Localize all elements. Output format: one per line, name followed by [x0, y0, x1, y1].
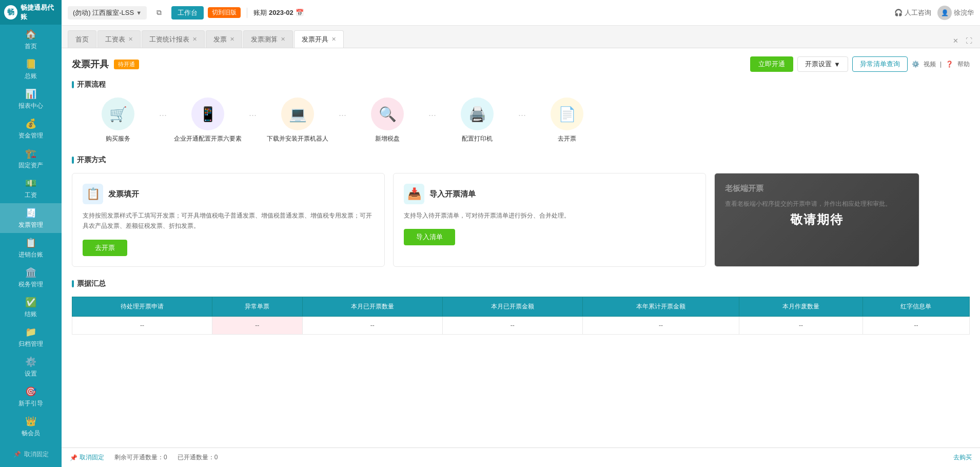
- sidebar-item-archive[interactable]: 📁 归档管理: [0, 322, 62, 352]
- step-configure: 📱 企业开通配置开票六要素: [162, 98, 254, 143]
- tab-home[interactable]: 首页: [68, 30, 96, 48]
- method-title-import: 导入开票清单: [429, 189, 476, 199]
- col-month-amount: 本月已开票金额: [442, 297, 582, 316]
- open-now-button[interactable]: 立即开通: [750, 56, 793, 72]
- tab-invoice[interactable]: 发票 ✕: [206, 30, 242, 48]
- coming-soon-text: 敬请期待: [790, 211, 844, 228]
- salary-icon: 💵: [25, 178, 36, 189]
- window-close-button[interactable]: ✕: [950, 35, 961, 46]
- step-icon-configure: 📱: [191, 98, 224, 130]
- dropdown-icon: ▼: [136, 10, 142, 16]
- tab-close-invoice-issue[interactable]: ✕: [331, 36, 336, 43]
- archive-icon: 📁: [25, 326, 36, 338]
- old-version-button[interactable]: 切到旧版: [208, 7, 241, 18]
- tax-icon: 🏛️: [25, 267, 36, 278]
- user-info[interactable]: 👤 徐浣华: [937, 6, 974, 20]
- invoice-methods-area: 📋 发票填开 支持按照发票样式手工填写开发票；可开具增值税电子普通发票、增值税普…: [72, 173, 970, 267]
- sidebar-item-home[interactable]: 🏠 首页: [0, 25, 62, 54]
- sidebar-item-member[interactable]: 👑 畅会员: [0, 412, 62, 441]
- avatar-icon: 👤: [941, 9, 949, 16]
- pin-icon: 📌: [13, 451, 21, 458]
- cell-pending: --: [72, 316, 212, 334]
- sidebar-item-salary[interactable]: 💵 工资: [0, 173, 62, 203]
- tab-invoice-issue[interactable]: 发票开具 ✕: [294, 30, 344, 48]
- sidebar-item-label: 进销台账: [18, 250, 43, 259]
- method-header-manual: 📋 发票填开: [83, 184, 374, 204]
- sidebar-item-label: 资金管理: [18, 131, 43, 140]
- sidebar-item-label: 设置: [25, 369, 37, 378]
- step-go-invoice: 📄 去开票: [521, 98, 613, 143]
- tab-salary-report[interactable]: 工资统计报表 ✕: [142, 30, 205, 48]
- step-icon-add-tax: 🔍: [371, 98, 404, 130]
- process-section-title: 开票流程: [72, 80, 970, 89]
- calendar-icon[interactable]: 📅: [296, 9, 304, 16]
- cancel-fixed-label[interactable]: 取消固定: [80, 453, 104, 462]
- summary-header-row: 待处理开票申请 异常单票 本月已开票数量 本月已开票金额 本年累计开票金额 本月…: [72, 297, 970, 316]
- col-year-amount: 本年累计开票金额: [582, 297, 739, 316]
- view-icon: ⚙️: [912, 61, 919, 68]
- sidebar-item-label: 结账: [25, 310, 37, 319]
- member-icon: 👑: [25, 416, 36, 427]
- goto-buy-link[interactable]: 去购买: [953, 453, 972, 462]
- sidebar-item-label: 税务管理: [18, 280, 43, 289]
- sidebar-item-purchase[interactable]: 📋 进销台账: [0, 233, 62, 263]
- method-title-manual: 发票填开: [108, 189, 139, 199]
- sidebar-item-tax[interactable]: 🏛️ 税务管理: [0, 263, 62, 293]
- topbar: (勿动) 江西服室-LSS ▼ ⧉ 工作台 切到旧版 账期 2023-02 📅 …: [62, 0, 980, 26]
- anomaly-query-button[interactable]: 异常清单查询: [852, 56, 908, 72]
- sidebar-item-funds[interactable]: 💰 资金管理: [0, 114, 62, 144]
- reports-icon: 📊: [25, 88, 36, 100]
- step-download: 💻 下载并安装开票机器人: [251, 98, 344, 143]
- window-expand-button[interactable]: ⛶: [964, 35, 974, 46]
- sidebar-item-ledger[interactable]: 📒 总账: [0, 54, 62, 84]
- sidebar-item-label: 工资: [25, 191, 37, 200]
- view-label[interactable]: 视频: [924, 60, 936, 69]
- tab-close-invoice-calc[interactable]: ✕: [281, 36, 285, 43]
- company-selector[interactable]: (勿动) 江西服室-LSS ▼: [68, 6, 147, 20]
- cell-void-count: --: [739, 316, 863, 334]
- sidebar-item-label: 报表中心: [18, 102, 43, 110]
- sidebar-item-label: 总账: [25, 72, 37, 81]
- bottombar: 📌 取消固定 剩余可开通数量：0 已开通数量：0 去购买: [62, 447, 980, 467]
- cell-anomaly: --: [212, 316, 303, 334]
- tab-close-invoice[interactable]: ✕: [230, 36, 234, 43]
- funds-icon: 💰: [25, 118, 36, 129]
- sidebar-item-guide[interactable]: 🎯 新手引导: [0, 382, 62, 412]
- step-label-buy: 购买服务: [106, 134, 130, 143]
- invoice-icon: 🧾: [25, 207, 36, 219]
- open-settings-button[interactable]: 开票设置 ▼: [797, 56, 848, 72]
- tab-invoice-calc[interactable]: 发票测算 ✕: [243, 30, 293, 48]
- workbench-button[interactable]: 工作台: [171, 6, 204, 20]
- sidebar-item-checkout[interactable]: ✅ 结账: [0, 293, 62, 322]
- col-void-count: 本月作废数量: [739, 297, 863, 316]
- sidebar-item-reports[interactable]: 📊 报表中心: [0, 84, 62, 114]
- method-header-import: 📥 导入开票清单: [404, 184, 695, 204]
- cancel-fixed-button[interactable]: 📌 取消固定: [0, 441, 62, 467]
- help-label[interactable]: 帮助: [957, 60, 970, 69]
- company-name: (勿动) 江西服室-LSS: [73, 8, 134, 17]
- pin-bottom-icon: 📌: [70, 454, 77, 461]
- service-button[interactable]: 🎧 人工咨询: [894, 8, 931, 17]
- method-icon-import: 📥: [404, 184, 424, 204]
- tab-close-salary[interactable]: ✕: [128, 36, 133, 43]
- page-title-area: 发票开具 待开通: [72, 58, 139, 70]
- import-list-button[interactable]: 导入清单: [404, 229, 455, 245]
- period-display: 账期 2023-02 📅: [253, 8, 304, 17]
- sidebar-item-assets[interactable]: 🏗️ 固定资产: [0, 144, 62, 173]
- step-icon-printer: 🖨️: [461, 98, 494, 130]
- tab-close-salary-report[interactable]: ✕: [192, 36, 197, 43]
- old-client-card: 老板端开票 查看老板端小程序提交的开票申请，并作出相应处理和审批。 敬请期待: [714, 173, 919, 267]
- step-add-tax: 🔍 新增税盘: [341, 98, 434, 143]
- tab-salary-table[interactable]: 工资表 ✕: [97, 30, 141, 48]
- help-area: ⚙️ 视频 | ❓ 帮助: [912, 60, 970, 69]
- sidebar-item-invoice[interactable]: 🧾 发票管理: [0, 203, 62, 233]
- copy-button[interactable]: ⧉: [151, 5, 167, 21]
- ledger-icon: 📒: [25, 59, 36, 70]
- coming-soon-overlay: 敬请期待: [715, 173, 919, 266]
- goto-invoice-button[interactable]: 去开票: [83, 240, 127, 256]
- main-area: (勿动) 江西服室-LSS ▼ ⧉ 工作台 切到旧版 账期 2023-02 📅 …: [62, 0, 980, 467]
- sidebar-item-settings[interactable]: ⚙️ 设置: [0, 352, 62, 382]
- step-label-download: 下载并安装开票机器人: [267, 134, 328, 143]
- cell-month-count: --: [302, 316, 442, 334]
- sidebar-item-label: 归档管理: [18, 340, 43, 348]
